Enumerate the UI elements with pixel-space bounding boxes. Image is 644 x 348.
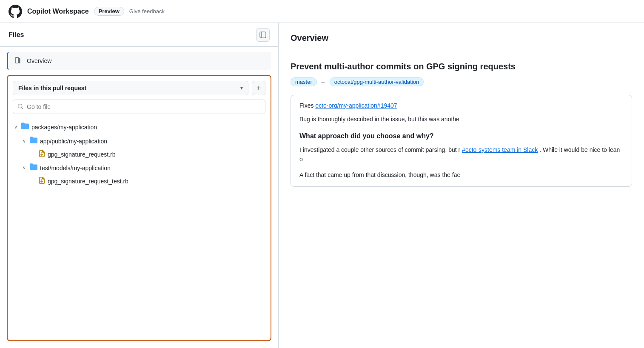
folder-icon — [21, 122, 29, 132]
target-branch-badge: master — [291, 77, 317, 86]
content-panel: Overview Prevent multi-author commits on… — [279, 23, 644, 348]
file-diff-icon-2 — [38, 177, 45, 185]
file-diff-icon — [38, 150, 45, 159]
branch-arrow: ← — [320, 79, 326, 86]
files-dropdown-label: Files in this pull request — [18, 85, 86, 91]
content-panel-header: Overview — [291, 33, 632, 50]
overview-nav-label: Overview — [27, 57, 51, 64]
fixes-line: Fixes octo-org/my-application#19407 — [299, 102, 623, 109]
body-text-3-content: A fact that came up from that discussion… — [299, 171, 460, 178]
feedback-link[interactable]: Give feedback — [129, 8, 165, 14]
add-file-button[interactable]: + — [252, 81, 265, 95]
tree-item-packages[interactable]: ∨ packages/my-application — [13, 120, 265, 134]
body-text-1: I investigated a couple other sources of… — [299, 145, 623, 164]
overview-card: Fixes octo-org/my-application#19407 Bug … — [291, 95, 632, 187]
tree-label-gpg-sig: gpg_signature_request.rb — [48, 151, 116, 158]
sidebar: Files Overview Files in this pul — [0, 23, 279, 348]
overview-book-icon — [15, 56, 23, 66]
description-text: Bug is thoroughly described in the issue… — [299, 115, 623, 124]
files-dropdown-row: Files in this pull request ▾ + — [13, 81, 265, 95]
sidebar-title: Files — [9, 31, 24, 39]
section-heading: What approach did you choose and why? — [299, 132, 623, 140]
search-input[interactable] — [27, 103, 261, 110]
body-text-3: A fact that came up from that discussion… — [299, 170, 623, 180]
tree-label-gpg-test: gpg_signature_request_test.rb — [48, 178, 128, 185]
top-header: Copilot Workspace Preview Give feedback — [0, 0, 644, 23]
overview-panel-title: Overview — [291, 33, 328, 43]
fixes-prefix: Fixes — [299, 102, 315, 109]
slack-team-link[interactable]: #octo-systems team in Slack — [462, 146, 538, 153]
tree-label-app-public: app/public/my-application — [40, 138, 107, 145]
github-logo-icon — [9, 5, 22, 18]
collapse-sidebar-button[interactable] — [256, 28, 270, 42]
file-tree: ∨ packages/my-application ∨ — [13, 120, 265, 188]
pr-title: Prevent multi-author commits on GPG sign… — [291, 60, 632, 72]
folder-icon-2 — [30, 136, 37, 146]
tree-item-gpg-sig[interactable]: gpg_signature_request.rb — [13, 148, 265, 161]
svg-rect-0 — [260, 32, 266, 38]
source-branch-badge: octocat/gpg-multi-author-validation — [330, 77, 424, 86]
chevron-down-icon: ▾ — [240, 85, 243, 91]
chevron-expanded-icon-3: ∨ — [21, 165, 27, 171]
chevron-expanded-icon: ∨ — [13, 124, 19, 130]
files-dropdown[interactable]: Files in this pull request ▾ — [13, 81, 248, 95]
tree-label-test-models: test/models/my-application — [40, 165, 111, 171]
tree-label-packages: packages/my-application — [31, 124, 97, 131]
search-row — [13, 100, 265, 114]
preview-badge: Preview — [94, 7, 124, 16]
app-title: Copilot Workspace — [27, 8, 89, 15]
search-icon — [17, 103, 23, 111]
folder-icon-3 — [30, 163, 37, 173]
chevron-expanded-icon-2: ∨ — [21, 138, 27, 144]
sidebar-header: Files — [0, 23, 278, 47]
branch-row: master ← octocat/gpg-multi-author-valida… — [291, 77, 632, 86]
tree-item-app-public[interactable]: ∨ app/public/my-application — [13, 134, 265, 148]
main-layout: Files Overview Files in this pul — [0, 23, 644, 348]
tree-item-test-models[interactable]: ∨ test/models/my-application — [13, 161, 265, 175]
tree-item-gpg-test[interactable]: gpg_signature_request_test.rb — [13, 175, 265, 188]
files-panel: Files in this pull request ▾ + ∨ — [7, 75, 271, 341]
fixes-issue-link[interactable]: octo-org/my-application#19407 — [315, 102, 397, 109]
body-text-1-content: I investigated a couple other sources of… — [299, 146, 460, 153]
overview-nav-item[interactable]: Overview — [7, 52, 271, 70]
